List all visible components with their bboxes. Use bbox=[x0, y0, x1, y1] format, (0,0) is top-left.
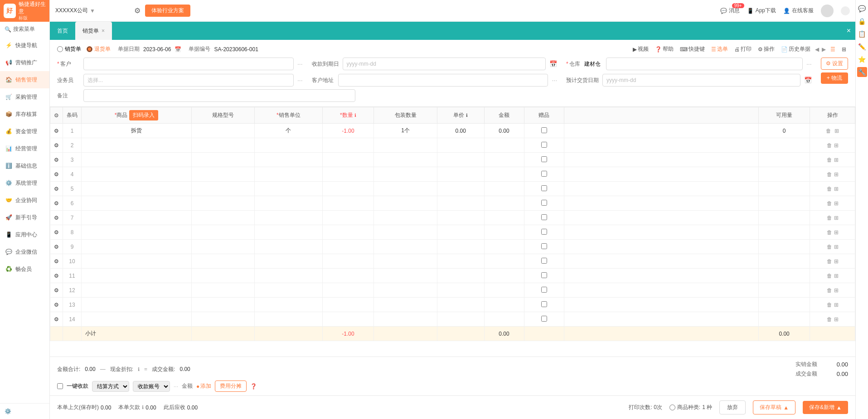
nav-prev[interactable]: ◀ bbox=[815, 46, 819, 53]
gift-checkbox[interactable] bbox=[541, 287, 547, 293]
right-panel-chat[interactable]: 💬 bbox=[857, 4, 867, 14]
app-download-btn[interactable]: 📱 App下载 bbox=[747, 7, 776, 14]
account-more-icon[interactable]: ··· bbox=[174, 383, 178, 390]
delete-icon[interactable]: 🗑 bbox=[827, 157, 832, 163]
gift-checkbox[interactable] bbox=[541, 127, 547, 133]
row-gear[interactable]: ⚙ bbox=[50, 124, 63, 138]
row-pkg-qty[interactable]: 1个 bbox=[374, 124, 437, 138]
gift-checkbox[interactable] bbox=[541, 171, 547, 177]
warehouse-more-icon[interactable]: ··· bbox=[806, 60, 812, 67]
abandon-btn[interactable]: 放弃 bbox=[719, 400, 746, 414]
estimated-date-input[interactable] bbox=[602, 74, 800, 87]
delete-icon[interactable]: 🗑 bbox=[827, 200, 832, 207]
delete-icon[interactable]: 🗑 bbox=[826, 128, 831, 134]
copy-icon[interactable]: ⊞ bbox=[834, 128, 839, 134]
tab-home[interactable]: 首页 bbox=[50, 22, 75, 40]
radio-return-label[interactable]: 退货单 bbox=[87, 45, 111, 53]
sidebar-item-member[interactable]: ♻️ 畅会员 bbox=[0, 260, 49, 278]
sidebar-item-guide[interactable]: 🚀 新手引导 bbox=[0, 209, 49, 226]
th-gift[interactable]: 赠品 bbox=[524, 107, 564, 124]
gift-checkbox[interactable] bbox=[541, 214, 547, 220]
th-barcode[interactable]: 条码 bbox=[63, 107, 82, 124]
row-qty[interactable]: -1.00 bbox=[322, 124, 374, 138]
sidebar-item-quick-nav[interactable]: ⚡ 快捷导航 bbox=[0, 37, 49, 54]
save-new-btn[interactable]: 保存&新增 ▲ bbox=[803, 401, 848, 414]
gift-checkbox[interactable] bbox=[541, 258, 547, 264]
copy-icon[interactable]: ⊞ bbox=[834, 287, 839, 294]
delete-icon[interactable]: 🗑 bbox=[827, 186, 832, 192]
copy-icon[interactable]: ⊞ bbox=[834, 215, 839, 221]
gift-checkbox[interactable] bbox=[541, 243, 547, 249]
btn-shortcut[interactable]: ⌨ 快捷键 bbox=[678, 44, 707, 54]
row-amount[interactable]: 0.00 bbox=[484, 124, 524, 138]
dropdown-icon[interactable]: ▼ bbox=[90, 8, 95, 14]
copy-icon[interactable]: ⊞ bbox=[834, 157, 839, 163]
balance-info-icon[interactable]: ℹ bbox=[142, 405, 144, 410]
radio-sales-label[interactable]: 销货单 bbox=[57, 45, 81, 53]
delete-icon[interactable]: 🗑 bbox=[827, 229, 832, 236]
right-panel-star[interactable]: ⭐ bbox=[857, 54, 867, 64]
btn-print[interactable]: 🖨 打印 bbox=[732, 44, 753, 54]
sidebar-item-purchase[interactable]: 🛒 采购管理 bbox=[0, 88, 49, 106]
row-spec[interactable] bbox=[191, 124, 254, 138]
gift-checkbox[interactable] bbox=[541, 185, 547, 191]
tab-close-icon[interactable]: × bbox=[102, 28, 105, 34]
expense-info-icon[interactable]: ❓ bbox=[250, 383, 257, 390]
th-price[interactable]: 单价 ℹ bbox=[437, 107, 484, 124]
sidebar-item-operations[interactable]: 📊 经营管理 bbox=[0, 140, 49, 157]
copy-icon[interactable]: ⊞ bbox=[834, 200, 839, 207]
th-pkg-qty[interactable]: 包装数量 bbox=[374, 107, 437, 124]
th-available[interactable]: 可用量 bbox=[758, 107, 810, 124]
row-gift[interactable] bbox=[524, 124, 564, 138]
gift-checkbox[interactable] bbox=[541, 272, 547, 278]
expense-btn[interactable]: 费用分摊 bbox=[215, 380, 247, 392]
gift-checkbox[interactable] bbox=[541, 316, 547, 322]
delete-icon[interactable]: 🗑 bbox=[827, 302, 832, 308]
btn-video[interactable]: ▶ 视频 bbox=[631, 44, 650, 54]
online-service-btn[interactable]: 👤 在线客服 bbox=[783, 7, 814, 14]
btn-operate[interactable]: ⚙ 操作 bbox=[756, 44, 776, 54]
th-product[interactable]: *商品 扫码录入 bbox=[82, 107, 192, 124]
delete-icon[interactable]: 🗑 bbox=[827, 171, 832, 178]
sidebar-item-sales[interactable]: 🏠 销售管理 bbox=[0, 71, 49, 88]
table-scroll[interactable]: ⚙ 条码 *商品 扫码录入 规格型号 *销售单位 *数量 ℹ 包装数量 单价 ℹ bbox=[50, 107, 855, 356]
sidebar-item-finance[interactable]: 💰 资金管理 bbox=[0, 123, 49, 140]
copy-icon[interactable]: ⊞ bbox=[834, 258, 839, 265]
gift-checkbox[interactable] bbox=[541, 229, 547, 235]
row-price[interactable]: 0.00 bbox=[437, 124, 484, 138]
sidebar-item-enterprise[interactable]: 🤝 企业协同 bbox=[0, 192, 49, 209]
save-draft-btn[interactable]: 保存草稿 ▲ bbox=[753, 400, 795, 414]
one-click-payment-checkbox[interactable] bbox=[57, 383, 63, 389]
gift-checkbox[interactable] bbox=[541, 156, 547, 162]
btn-layout1[interactable]: ☰ bbox=[829, 45, 837, 53]
copy-icon[interactable]: ⊞ bbox=[834, 186, 839, 192]
sidebar-item-appstore[interactable]: 📱 应用中心 bbox=[0, 226, 49, 243]
th-amount[interactable]: 金额 bbox=[484, 107, 524, 124]
message-btn[interactable]: 💬 消息 99+ bbox=[720, 7, 740, 14]
copy-icon[interactable]: ⊞ bbox=[834, 316, 839, 323]
row-unit[interactable]: 个 bbox=[255, 124, 323, 138]
remarks-input[interactable] bbox=[83, 89, 355, 102]
setting-btn[interactable]: ⚙ 设置 bbox=[821, 58, 848, 70]
right-panel-note[interactable]: 📋 bbox=[857, 29, 867, 39]
gift-checkbox[interactable] bbox=[541, 142, 547, 148]
customer-more-icon[interactable]: ··· bbox=[297, 60, 303, 67]
logistics-btn[interactable]: + 物流 bbox=[821, 72, 848, 84]
delete-icon[interactable]: 🗑 bbox=[827, 316, 832, 323]
discount-info-icon[interactable]: ℹ bbox=[138, 366, 140, 372]
right-panel-lock[interactable]: 🔒 bbox=[857, 16, 867, 26]
payment-date-input[interactable] bbox=[343, 58, 546, 70]
address-more-icon[interactable]: ··· bbox=[552, 77, 557, 84]
warehouse-input[interactable] bbox=[606, 58, 803, 70]
copy-icon[interactable]: ⊞ bbox=[834, 142, 839, 149]
btn-help[interactable]: ❓ 帮助 bbox=[653, 44, 675, 54]
sidebar-item-basic[interactable]: ℹ️ 基础信息 bbox=[0, 157, 49, 174]
sidebar-item-system[interactable]: ⚙️ 系统管理 bbox=[0, 174, 49, 192]
estimated-date-calendar-icon[interactable]: 📅 bbox=[804, 77, 812, 84]
copy-icon[interactable]: ⊞ bbox=[834, 302, 839, 308]
tab-bar-close[interactable]: × bbox=[847, 27, 855, 35]
add-payment-btn[interactable]: ● 添加 bbox=[196, 382, 211, 390]
sidebar-item-wechat[interactable]: 💬 企业微信 bbox=[0, 243, 49, 260]
btn-select[interactable]: ☰ 选单 bbox=[709, 44, 730, 54]
company-selector[interactable]: XXXXXX公司 ▼ bbox=[55, 7, 128, 14]
